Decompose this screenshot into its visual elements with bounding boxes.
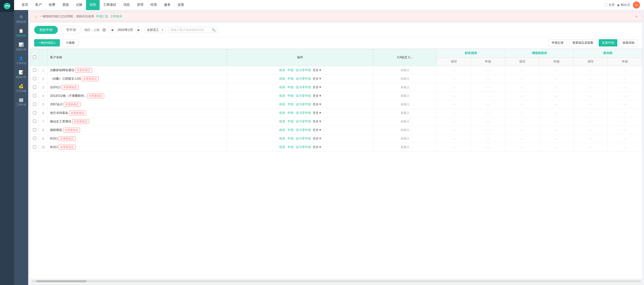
row-checkbox-7[interactable] xyxy=(33,120,36,123)
sub-nav-batch-tax[interactable]: 📋 批量报税 xyxy=(14,26,28,40)
nav-operation[interactable]: 经营 xyxy=(147,0,160,10)
row-op-taxform-9[interactable]: 税表 xyxy=(279,137,285,140)
nav-service[interactable]: 服务 xyxy=(160,0,174,10)
nav-business[interactable]: 工商项目 xyxy=(100,0,120,10)
notice-close-btn[interactable]: ✕ xyxy=(635,15,638,18)
row-op-report-10[interactable]: 申报 xyxy=(288,145,294,149)
row-op-zero-1[interactable]: 设为零申报 xyxy=(296,68,311,72)
row-op-more-10[interactable]: 更多▼ xyxy=(313,145,322,149)
scroll-track[interactable] xyxy=(31,280,641,282)
tab-tax-report[interactable]: 税款申报 xyxy=(34,26,58,34)
tab-small-scale[interactable]: 小规模 xyxy=(62,39,78,46)
update-btn[interactable]: 更新税定及取数 xyxy=(569,39,597,46)
row-checkbox-5[interactable] xyxy=(33,103,36,106)
row-checkbox-6[interactable] xyxy=(33,111,36,114)
row-op-zero-9[interactable]: 设为零申报 xyxy=(296,137,311,140)
fullscreen-btn[interactable]: ⛶ 全屏 xyxy=(605,3,615,7)
row-op-report-4[interactable]: 申报 xyxy=(288,94,294,98)
prev-month-btn[interactable]: ◀ xyxy=(109,27,115,33)
sub-nav-tax-overview[interactable]: 📊 报税总览 xyxy=(14,40,28,54)
withdraw-btn[interactable]: 收取回执 xyxy=(619,39,638,46)
nav-invoice[interactable]: 票据 xyxy=(59,0,72,10)
scroll-thumb[interactable] xyxy=(36,280,87,282)
row-op-report-6[interactable]: 申报 xyxy=(288,111,294,115)
next-month-btn[interactable]: ▶ xyxy=(136,27,142,33)
row-op-more-6[interactable]: 更多▼ xyxy=(313,111,322,115)
row-op-taxform-3[interactable]: 税表 xyxy=(279,85,285,89)
row-op-taxform-7[interactable]: 税表 xyxy=(279,120,285,123)
row-op-more-4[interactable]: 更多▼ xyxy=(313,94,322,98)
row-op-taxform-1[interactable]: 税表 xyxy=(279,68,285,72)
nav-settings[interactable]: 设置 xyxy=(174,0,188,10)
row-checkbox-10[interactable] xyxy=(33,145,36,149)
tab-general-taxpayer[interactable]: 一般的纳税人 xyxy=(34,39,60,46)
row-op-zero-5[interactable]: 设为零申报 xyxy=(296,103,311,106)
row-op-report-9[interactable]: 申报 xyxy=(288,137,294,140)
row-op-taxform-2[interactable]: 税表 xyxy=(279,77,285,80)
row-checkbox-3[interactable] xyxy=(33,85,36,89)
location-info-icon[interactable]: i xyxy=(102,28,106,32)
row-op-more-8[interactable]: 更多▼ xyxy=(313,128,322,132)
search-icon[interactable]: 🔍 xyxy=(212,28,216,32)
row-op-zero-7[interactable]: 设为零申报 xyxy=(296,120,311,123)
sub-nav-tax-settings[interactable]: ⚙ 报税设置 xyxy=(14,12,28,26)
row-op-report-2[interactable]: 申报 xyxy=(288,77,294,80)
row-num-10: 10 xyxy=(39,143,48,152)
row-op-taxform-5[interactable]: 税表 xyxy=(279,103,285,106)
row-op-report-5[interactable]: 申报 xyxy=(288,103,294,106)
row-op-taxform-10[interactable]: 税表 xyxy=(279,145,285,149)
notice-link1[interactable]: 申报汇签 xyxy=(96,14,108,19)
nav-customer[interactable]: 客户 xyxy=(32,0,45,10)
upgrade-btn[interactable]: ▶ 畅会员 xyxy=(618,3,630,7)
row-op-taxform-4[interactable]: 税表 xyxy=(279,94,285,98)
row-op-zero-10[interactable]: 设为零申报 xyxy=(296,145,311,149)
row-checkbox-8[interactable] xyxy=(33,128,36,131)
row-checkbox-cell xyxy=(30,126,39,134)
sub-nav-annual-report[interactable]: 🏢 工商年报 xyxy=(14,95,28,109)
nav-home[interactable]: 首页 xyxy=(18,0,32,10)
row-tax-rep-8: — xyxy=(539,126,574,134)
row-op-zero-8[interactable]: 设为零申报 xyxy=(296,128,311,132)
row-op-report-8[interactable]: 申报 xyxy=(288,128,294,132)
row-num-8: 8 xyxy=(39,126,48,134)
row-op-report-1[interactable]: 申报 xyxy=(288,68,294,72)
row-op-zero-3[interactable]: 设为零申报 xyxy=(296,85,311,89)
row-op-zero-6[interactable]: 设为零申报 xyxy=(296,111,311,115)
row-op-report-7[interactable]: 申报 xyxy=(288,120,294,123)
tab-zero-report[interactable]: 零申报 xyxy=(61,26,81,34)
batch-report-btn[interactable]: 批量申报 xyxy=(599,39,617,46)
row-op-more-9[interactable]: 更多▼ xyxy=(313,137,322,140)
nav-bookkeeping[interactable]: 记账 xyxy=(72,0,86,10)
row-op-more-2[interactable]: 更多▼ xyxy=(313,77,322,80)
row-op-more-5[interactable]: 更多▼ xyxy=(313,103,322,106)
nav-message[interactable]: 消息 xyxy=(120,0,133,10)
select-all-checkbox[interactable] xyxy=(33,56,36,59)
sub-nav-personal-tax[interactable]: 👤 个税申报 xyxy=(14,54,28,67)
row-op-taxform-6[interactable]: 税表 xyxy=(279,111,285,115)
row-checkbox-1[interactable] xyxy=(33,68,36,72)
row-add-fill-3: — xyxy=(574,83,608,92)
sub-nav-tax-record[interactable]: 📝 报税记录 xyxy=(14,67,28,81)
row-op-more-1[interactable]: 更多▼ xyxy=(313,68,322,72)
row-op-taxform-8[interactable]: 税表 xyxy=(279,128,285,132)
row-op-more-3[interactable]: 更多▼ xyxy=(313,85,322,89)
row-op-more-7[interactable]: 更多▼ xyxy=(313,120,322,123)
row-op-zero-4[interactable]: 设为零申报 xyxy=(296,94,311,98)
table-row: 6 地方水利基金 未更新核定 税表 申报 设为零申报 更多▼ 未插入 — — —… xyxy=(30,109,642,117)
row-checkbox-2[interactable] xyxy=(33,77,36,80)
nav-billing[interactable]: 收费 xyxy=(45,0,59,10)
row-op-zero-2[interactable]: 设为零申报 xyxy=(296,77,311,80)
sub-nav-annual-clear[interactable]: 💰 汇算清缴 xyxy=(14,81,28,95)
dept-select[interactable]: 全部员工 xyxy=(145,27,165,33)
row-op-report-3[interactable]: 申报 xyxy=(288,85,294,89)
nav-tax[interactable]: 报税 xyxy=(86,0,100,10)
row-company-3: 合作社1 未更新核定 xyxy=(48,83,227,92)
row-checkbox-4[interactable] xyxy=(33,94,36,97)
notice-link2[interactable]: 立即购买 xyxy=(110,14,122,19)
nav-manage[interactable]: 管理 xyxy=(133,0,147,10)
record-btn[interactable]: 申报记录 xyxy=(548,39,567,46)
avatar[interactable]: U xyxy=(633,2,640,9)
search-input[interactable] xyxy=(171,28,211,32)
row-checkbox-cell xyxy=(30,143,39,152)
row-checkbox-9[interactable] xyxy=(33,137,36,140)
